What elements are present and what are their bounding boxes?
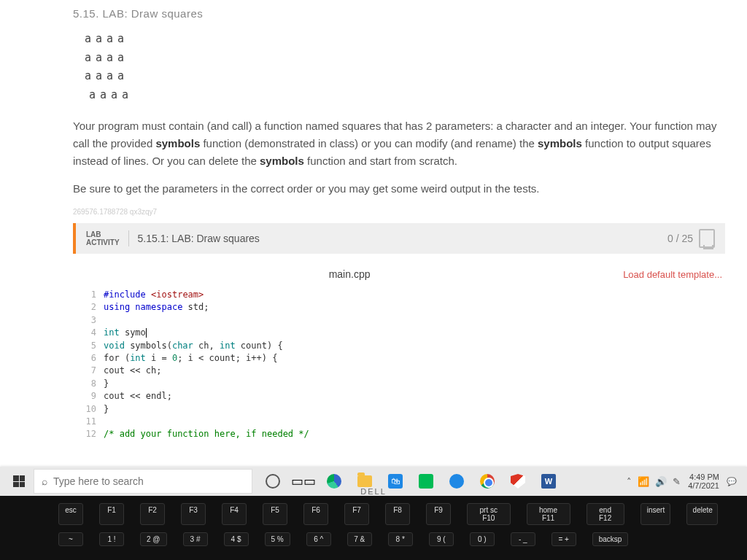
- code-token: int: [104, 327, 125, 338]
- sample-line: aaaa: [89, 86, 725, 105]
- keyboard-key: F4: [222, 503, 247, 525]
- laptop-bezel: DELL escF1F2F3F4F5F6F7F8F9prt sc F10home…: [0, 496, 747, 560]
- keyboard-key: 1 !: [99, 532, 124, 546]
- taskbar-clock[interactable]: 4:49 PM 4/7/2021: [688, 472, 719, 490]
- code-token: count) {: [241, 341, 283, 351]
- code-token: symo: [125, 327, 146, 338]
- code-token: namespace: [135, 302, 187, 312]
- sample-line: aaaa: [85, 30, 725, 49]
- bold-text: symbols: [538, 137, 582, 149]
- code-token: using: [104, 302, 135, 312]
- mail-icon[interactable]: [411, 467, 441, 496]
- keyboard-key: 7 &: [347, 532, 372, 546]
- load-default-link[interactable]: Load default template...: [623, 269, 722, 280]
- keyboard-key: home F11: [527, 503, 570, 525]
- taskbar-search[interactable]: ⌕ Type here to search: [34, 469, 252, 494]
- instruction-paragraph-2: Be sure to get the parameters in the cor…: [73, 180, 725, 198]
- bold-text: symbols: [260, 155, 304, 167]
- filename-tab[interactable]: main.cpp: [76, 268, 623, 280]
- keyboard-key: prt sc F10: [467, 503, 511, 525]
- section-title: 5.15. LAB: Draw squares: [73, 7, 725, 20]
- keyboard-key: end F12: [587, 503, 624, 525]
- search-placeholder: Type here to search: [53, 475, 144, 487]
- code-token: for (: [104, 353, 130, 363]
- keyboard-key: = +: [551, 532, 576, 546]
- keyboard-key: ~: [58, 532, 83, 546]
- code-token: #include: [104, 289, 151, 300]
- keyboard-key: F3: [181, 503, 206, 525]
- content-id: 269576.1788728 qx3zqy7: [73, 208, 725, 216]
- windows-logo-icon: [13, 475, 25, 487]
- edge-icon[interactable]: [320, 467, 349, 496]
- keyboard-key: F2: [140, 503, 165, 525]
- keyboard-key: F8: [385, 503, 410, 525]
- volume-icon[interactable]: 🔊: [655, 476, 667, 487]
- keyboard-key: backsp: [592, 532, 629, 546]
- score-box-icon: [699, 229, 715, 248]
- keyboard-key: 0 ): [470, 532, 495, 546]
- file-bar: main.cpp Load default template...: [73, 264, 725, 286]
- keyboard-key: 6 ^: [306, 532, 331, 546]
- code-token: ch,: [198, 341, 220, 351]
- keyboard-row-num: ~1 !2 @3 #4 $5 %6 ^7 &8 *9 (0 )- _= +bac…: [0, 525, 747, 546]
- start-button[interactable]: [4, 467, 34, 496]
- pen-icon[interactable]: ✎: [673, 476, 681, 487]
- search-icon: ⌕: [42, 475, 47, 487]
- code-editor[interactable]: 1 #include <iostream> 2 using namespace …: [73, 286, 725, 448]
- chrome-icon[interactable]: [473, 467, 502, 496]
- code-token: }: [104, 378, 109, 390]
- text-cursor: [146, 328, 147, 338]
- keyboard-key: 2 @: [140, 532, 167, 546]
- keyboard-key: 8 *: [388, 532, 413, 546]
- bold-text: symbols: [155, 137, 200, 149]
- text: ACTIVITY: [86, 238, 120, 246]
- keyboard-key: 4 $: [224, 532, 249, 546]
- keyboard-key: 3 #: [183, 532, 208, 546]
- wifi-icon[interactable]: 📶: [638, 476, 649, 487]
- date-text: 4/7/2021: [688, 481, 719, 490]
- task-view-icon[interactable]: ▭▭: [289, 467, 318, 496]
- text: LAB: [86, 230, 120, 238]
- sample-output: aaaa aaaa aaaa aaaa: [85, 30, 725, 104]
- tray-chevron-icon[interactable]: ˄: [627, 476, 632, 487]
- lab-activity-bar: LAB ACTIVITY 5.15.1: LAB: Draw squares 0…: [73, 223, 725, 254]
- keyboard-key: esc: [58, 503, 83, 525]
- laptop-brand: DELL: [360, 487, 387, 496]
- instruction-paragraph-1: Your program must contain (and call) a f…: [73, 117, 725, 170]
- keyboard-key: F1: [99, 503, 124, 525]
- code-token: symbols(: [130, 341, 172, 351]
- code-token: cout << ch;: [104, 365, 161, 377]
- mcafee-icon[interactable]: [503, 467, 533, 496]
- code-token: <iostream>: [151, 289, 204, 300]
- code-token: int: [130, 353, 151, 363]
- code-token: int: [220, 341, 241, 351]
- keyboard-key: F5: [263, 503, 287, 525]
- keyboard-key: F7: [344, 503, 369, 525]
- time-text: 4:49 PM: [688, 472, 719, 481]
- keyboard-row-fn: escF1F2F3F4F5F6F7F8F9prt sc F10home F11e…: [0, 496, 747, 525]
- code-token: }: [104, 403, 109, 416]
- code-token: std;: [188, 302, 209, 312]
- lab-label: LAB ACTIVITY: [86, 230, 129, 246]
- lab-title: 5.15.1: LAB: Draw squares: [138, 233, 667, 244]
- notifications-icon[interactable]: 💬: [727, 477, 737, 486]
- text: function (demonstrated in class) or you …: [203, 137, 538, 149]
- app-icon[interactable]: [442, 467, 471, 496]
- code-token: /* add your function here, if needed */: [104, 428, 309, 440]
- code-token: char: [172, 341, 198, 351]
- keyboard-key: 5 %: [265, 532, 290, 546]
- code-token: cout << endl;: [104, 390, 172, 402]
- cortana-icon[interactable]: [258, 467, 287, 496]
- keyboard-key: F6: [303, 503, 328, 525]
- code-token: ; i < count; i++) {: [177, 353, 277, 363]
- system-tray[interactable]: ˄ 📶 🔊 ✎ 4:49 PM 4/7/2021 💬: [627, 472, 743, 490]
- code-token: i =: [151, 353, 172, 363]
- keyboard-key: - _: [511, 532, 535, 546]
- text: function and start from scratch.: [307, 155, 457, 167]
- lab-score: 0 / 25: [667, 233, 693, 244]
- page-content: 5.15. LAB: Draw squares aaaa aaaa aaaa a…: [0, 0, 747, 467]
- taskbar-apps: ▭▭ 🛍 W: [258, 467, 563, 496]
- sample-line: aaaa: [85, 49, 725, 68]
- word-icon[interactable]: W: [534, 467, 563, 496]
- keyboard-key: 9 (: [429, 532, 454, 546]
